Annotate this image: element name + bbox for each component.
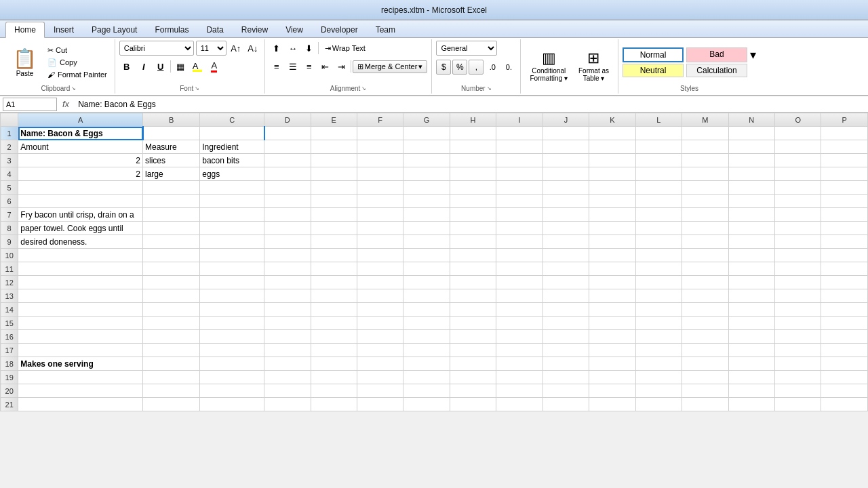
cell-K6[interactable]: [589, 195, 635, 208]
cell-C4[interactable]: eggs: [200, 167, 264, 181]
col-header-O[interactable]: O: [775, 113, 821, 127]
cell-L12[interactable]: [635, 276, 682, 289]
row-header-8[interactable]: 8: [1, 222, 18, 235]
cell-L15[interactable]: [635, 317, 682, 330]
cell-J4[interactable]: [542, 167, 589, 181]
cell-A8[interactable]: paper towel. Cook eggs until: [18, 222, 143, 235]
cell-G7[interactable]: [403, 208, 450, 222]
align-left-button[interactable]: ≡: [269, 59, 284, 74]
cell-B19[interactable]: [143, 371, 200, 384]
cell-K16[interactable]: [589, 330, 635, 344]
cell-J15[interactable]: [542, 317, 589, 330]
cell-P15[interactable]: [821, 317, 868, 330]
cell-B14[interactable]: [143, 303, 200, 317]
col-header-M[interactable]: M: [682, 113, 728, 127]
cell-N2[interactable]: [728, 140, 774, 154]
cell-E13[interactable]: [311, 289, 357, 303]
cell-D19[interactable]: [264, 371, 311, 384]
cell-N16[interactable]: [728, 330, 774, 344]
conditional-format-button[interactable]: ▥ Conditional Formatting ▾: [525, 47, 572, 84]
row-header-6[interactable]: 6: [1, 195, 18, 208]
col-header-C[interactable]: C: [200, 113, 264, 127]
cell-F4[interactable]: [357, 167, 403, 181]
cell-E5[interactable]: [311, 181, 357, 195]
cell-G9[interactable]: [403, 235, 450, 249]
cell-M5[interactable]: [682, 181, 728, 195]
col-header-J[interactable]: J: [542, 113, 589, 127]
cell-N14[interactable]: [728, 303, 774, 317]
cell-I21[interactable]: [496, 398, 542, 411]
cell-D5[interactable]: [264, 181, 311, 195]
align-center-button[interactable]: ☰: [285, 59, 300, 74]
cell-E14[interactable]: [311, 303, 357, 317]
cell-J5[interactable]: [542, 181, 589, 195]
cell-D14[interactable]: [264, 303, 311, 317]
cell-M8[interactable]: [682, 222, 728, 235]
cell-N5[interactable]: [728, 181, 774, 195]
cell-O18[interactable]: [775, 357, 821, 371]
cell-N3[interactable]: [728, 154, 774, 167]
cell-K7[interactable]: [589, 208, 635, 222]
paste-button[interactable]: 📋 Paste: [7, 44, 43, 81]
cell-O12[interactable]: [775, 276, 821, 289]
cell-A7[interactable]: Fry bacon until crisp, drain on a: [18, 208, 143, 222]
cell-G15[interactable]: [403, 317, 450, 330]
tab-home[interactable]: Home: [5, 22, 45, 38]
cell-P21[interactable]: [821, 398, 868, 411]
cell-O17[interactable]: [775, 344, 821, 357]
cell-K13[interactable]: [589, 289, 635, 303]
cell-A19[interactable]: [18, 371, 143, 384]
cell-F1[interactable]: [357, 127, 403, 140]
cell-A14[interactable]: [18, 303, 143, 317]
cell-L20[interactable]: [635, 384, 682, 398]
cell-E19[interactable]: [311, 371, 357, 384]
cell-D1[interactable]: [264, 127, 311, 140]
cell-P2[interactable]: [821, 140, 868, 154]
cell-P19[interactable]: [821, 371, 868, 384]
cell-P14[interactable]: [821, 303, 868, 317]
cell-A6[interactable]: [18, 195, 143, 208]
cell-B18[interactable]: [143, 357, 200, 371]
increase-font-btn[interactable]: A↑: [229, 41, 243, 56]
cell-B5[interactable]: [143, 181, 200, 195]
row-header-2[interactable]: 2: [1, 140, 18, 154]
cell-L1[interactable]: [635, 127, 682, 140]
cell-E1[interactable]: [311, 127, 357, 140]
cell-I19[interactable]: [496, 371, 542, 384]
cell-F9[interactable]: [357, 235, 403, 249]
col-header-N[interactable]: N: [728, 113, 774, 127]
tab-page-layout[interactable]: Page Layout: [83, 22, 146, 37]
cell-P17[interactable]: [821, 344, 868, 357]
cell-C12[interactable]: [200, 276, 264, 289]
cell-J9[interactable]: [542, 235, 589, 249]
cell-O6[interactable]: [775, 195, 821, 208]
cell-J21[interactable]: [542, 398, 589, 411]
cell-B10[interactable]: [143, 249, 200, 262]
cell-I7[interactable]: [496, 208, 542, 222]
percent-button[interactable]: %: [452, 60, 467, 75]
tab-team[interactable]: Team: [367, 22, 404, 37]
cell-H3[interactable]: [450, 154, 496, 167]
cell-G6[interactable]: [403, 195, 450, 208]
cell-N17[interactable]: [728, 344, 774, 357]
cell-P1[interactable]: [821, 127, 868, 140]
cell-N8[interactable]: [728, 222, 774, 235]
cell-P11[interactable]: [821, 262, 868, 276]
cell-C8[interactable]: [200, 222, 264, 235]
cut-button[interactable]: ✂ Cut: [44, 45, 111, 56]
cell-E15[interactable]: [311, 317, 357, 330]
cell-N21[interactable]: [728, 398, 774, 411]
merge-center-button[interactable]: ⊞ Merge & Center ▾: [353, 60, 428, 73]
cell-D6[interactable]: [264, 195, 311, 208]
cell-I11[interactable]: [496, 262, 542, 276]
cell-E2[interactable]: [311, 140, 357, 154]
cell-J3[interactable]: [542, 154, 589, 167]
cell-B21[interactable]: [143, 398, 200, 411]
cell-K11[interactable]: [589, 262, 635, 276]
row-header-18[interactable]: 18: [1, 357, 18, 371]
cell-H7[interactable]: [450, 208, 496, 222]
cell-B17[interactable]: [143, 344, 200, 357]
cell-E10[interactable]: [311, 249, 357, 262]
row-header-11[interactable]: 11: [1, 262, 18, 276]
cell-N7[interactable]: [728, 208, 774, 222]
